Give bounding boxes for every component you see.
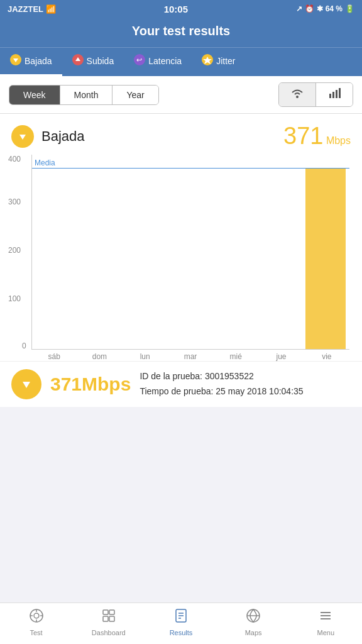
app-header: Your test results <box>0 18 362 47</box>
battery-icon: 🔋 <box>345 4 354 13</box>
nav-dashboard-label: Dashboard <box>92 629 126 636</box>
period-year-button[interactable]: Year <box>112 86 158 104</box>
metric-icon <box>11 125 34 148</box>
tab-subida-label: Subida <box>87 56 114 66</box>
svg-rect-10 <box>332 92 334 98</box>
metric-left: Bajada <box>11 125 85 148</box>
status-right: ↗ ⏰ ✱ 64 % 🔋 <box>296 4 354 13</box>
result-speed: 371Mbps <box>50 374 131 395</box>
status-bar: JAZZTEL 📶 10:05 ↗ ⏰ ✱ 64 % 🔋 <box>0 0 362 18</box>
x-label-sab: sáb <box>31 352 77 361</box>
test-icon <box>29 608 44 627</box>
wifi-icon: 📶 <box>46 4 56 14</box>
nav-item-maps[interactable]: Maps <box>234 608 272 636</box>
tab-latencia-label: Latencia <box>148 56 182 66</box>
menu-icon <box>318 608 333 627</box>
metric-header: Bajada 371 Mbps <box>0 114 362 155</box>
svg-rect-12 <box>339 88 341 98</box>
nav-item-results[interactable]: Results <box>162 608 200 636</box>
carrier-label: JAZZTEL <box>8 4 43 14</box>
nav-menu-label: Menu <box>317 629 335 636</box>
tab-latencia[interactable]: ↩ Latencia <box>124 48 192 76</box>
test-id-value: 3001953522 <box>205 371 254 381</box>
cellular-signal-button[interactable] <box>316 83 353 106</box>
signal-selector <box>278 82 353 107</box>
x-label-dom: dom <box>77 352 122 361</box>
tab-bajada-label: Bajada <box>25 56 52 66</box>
bar-vie <box>305 169 346 349</box>
test-id-line: ID de la prueba: 3001953522 <box>140 369 303 384</box>
nav-test-label: Test <box>30 629 43 636</box>
main-content: Bajada 371 Mbps 400 300 200 100 0 Media … <box>0 114 362 407</box>
nav-item-test[interactable]: Test <box>18 608 55 636</box>
test-time-line: Tiempo de prueba: 25 may 2018 10:04:35 <box>140 384 303 399</box>
svg-point-18 <box>34 613 39 618</box>
result-icon <box>11 369 41 399</box>
test-meta: ID de la prueba: 3001953522 Tiempo de pr… <box>140 369 303 399</box>
x-label-mar: mar <box>168 352 213 361</box>
tab-jitter-label: Jitter <box>216 56 235 66</box>
nav-results-label: Results <box>170 629 193 636</box>
svg-rect-9 <box>329 94 331 98</box>
x-label-lun: lun <box>123 352 168 361</box>
svg-rect-11 <box>336 90 337 98</box>
svg-point-8 <box>296 96 299 98</box>
maps-icon <box>246 608 261 627</box>
bluetooth-icon: ✱ <box>317 4 323 13</box>
svg-rect-24 <box>109 610 114 614</box>
bottom-nav: Test Dashboard Results Maps Menu <box>0 602 362 644</box>
dashboard-icon <box>101 608 116 627</box>
test-time-label: Tiempo de prueba: <box>140 386 213 396</box>
period-week-button[interactable]: Week <box>9 86 60 104</box>
x-label-jue: jue <box>258 352 304 361</box>
nav-item-menu[interactable]: Menu <box>307 608 344 636</box>
tab-subida[interactable]: Subida <box>62 48 124 76</box>
y-label-200: 200 <box>8 246 21 255</box>
wifi-signal-button[interactable] <box>279 83 316 106</box>
y-label-0: 0 <box>22 341 26 350</box>
period-month-button[interactable]: Month <box>60 86 113 104</box>
alarm-icon: ⏰ <box>305 4 314 13</box>
metric-name: Bajada <box>41 128 85 145</box>
media-line: Media <box>32 168 349 169</box>
controls-row: Week Month Year <box>0 76 362 114</box>
results-icon <box>173 608 189 627</box>
status-time: 10:05 <box>164 4 188 14</box>
x-label-vie: vie <box>304 352 349 361</box>
x-label-mie: mié <box>213 352 258 361</box>
chart-area: 400 300 200 100 0 Media <box>31 155 349 350</box>
tab-jitter[interactable]: Jitter <box>192 48 245 76</box>
status-left: JAZZTEL 📶 <box>8 4 56 14</box>
y-label-100: 100 <box>8 294 21 303</box>
bajada-icon <box>10 54 21 68</box>
y-label-300: 300 <box>8 197 21 206</box>
svg-text:↩: ↩ <box>136 56 142 64</box>
metric-value-display: 371 Mbps <box>283 123 351 150</box>
subida-icon <box>72 54 84 68</box>
media-label: Media <box>35 158 55 167</box>
period-selector: Week Month Year <box>9 85 159 105</box>
nav-item-dashboard[interactable]: Dashboard <box>90 608 128 636</box>
tab-bajada[interactable]: Bajada <box>0 48 62 76</box>
test-id-label: ID de la prueba: <box>140 371 202 381</box>
chart-container: 400 300 200 100 0 Media sáb dom lun mar … <box>0 155 362 361</box>
y-label-400: 400 <box>8 155 21 164</box>
test-info-row: 371Mbps ID de la prueba: 3001953522 Tiem… <box>0 361 362 407</box>
battery-label: 64 % <box>326 4 343 13</box>
x-axis: sáb dom lun mar mié jue vie <box>31 350 349 361</box>
nav-maps-label: Maps <box>245 629 262 636</box>
svg-rect-25 <box>103 616 108 621</box>
header-title: Your test results <box>132 24 230 38</box>
test-time-value: 25 may 2018 10:04:35 <box>216 386 303 396</box>
metric-value: 371 <box>283 123 323 149</box>
location-icon: ↗ <box>296 4 302 13</box>
svg-rect-26 <box>109 616 114 621</box>
latencia-icon: ↩ <box>134 54 145 68</box>
jitter-icon <box>202 54 213 68</box>
metric-unit: Mbps <box>326 135 351 146</box>
category-tabs: Bajada Subida ↩ Latencia Jitter <box>0 47 362 76</box>
svg-rect-23 <box>103 610 108 614</box>
